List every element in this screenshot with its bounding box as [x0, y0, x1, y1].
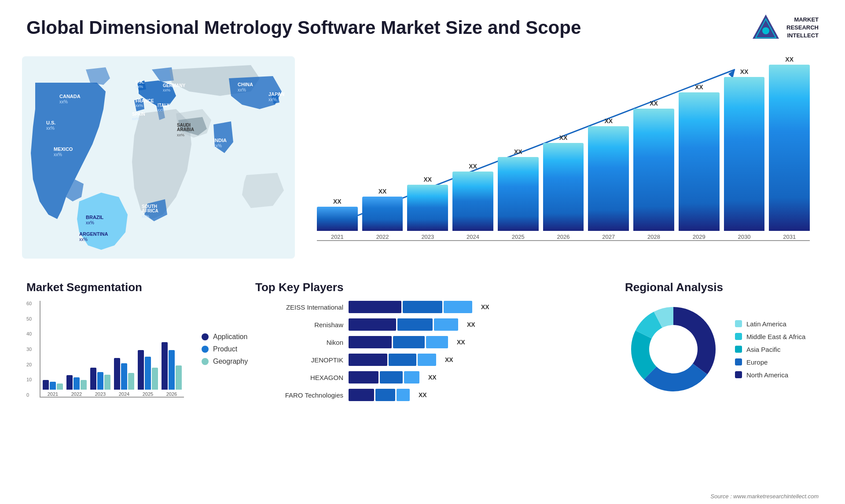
seg-bars: 2021 2022: [40, 301, 184, 398]
svg-text:SPAIN: SPAIN: [132, 112, 145, 117]
seg-bar-2025: 2025: [138, 350, 158, 397]
bar-2028: XX 2028: [633, 100, 674, 240]
svg-text:xx%: xx%: [142, 214, 149, 219]
svg-text:BRAZIL: BRAZIL: [86, 215, 104, 220]
content-area: CANADA xx% U.S. xx% MEXICO xx% BRAZIL xx…: [0, 52, 845, 415]
svg-text:AFRICA: AFRICA: [142, 208, 158, 213]
svg-text:xx%: xx%: [177, 133, 184, 137]
chart-section: XX 2021 XX 2022 XX 2023 XX: [290, 52, 827, 272]
svg-text:GERMANY: GERMANY: [163, 83, 185, 88]
svg-text:CHINA: CHINA: [238, 82, 253, 87]
bar-2031: XX 2031: [769, 56, 810, 240]
svg-text:U.K.: U.K.: [136, 80, 144, 84]
bar-2025: XX 2025: [498, 148, 539, 240]
player-hexagon: HEXAGON XX: [255, 371, 599, 383]
map-svg: CANADA xx% U.S. xx% MEXICO xx% BRAZIL xx…: [22, 56, 295, 259]
players-bars: ZEISS International XX Renishaw: [255, 301, 599, 401]
svg-text:INDIA: INDIA: [213, 138, 227, 143]
svg-text:xx%: xx%: [79, 237, 88, 242]
segmentation-content: 0 10 20 30 40 50 60: [26, 301, 229, 398]
svg-text:xx%: xx%: [46, 126, 55, 131]
bottom-area: Market Segmentation 0 10 20 30 40 50 60: [18, 272, 827, 415]
bar-2023: XX 2023: [407, 176, 448, 240]
bar-chart: XX 2021 XX 2022 XX 2023 XX: [299, 56, 819, 259]
svg-text:ITALY: ITALY: [158, 103, 170, 108]
svg-text:ARABIA: ARABIA: [177, 127, 194, 132]
svg-text:xx%: xx%: [238, 88, 246, 92]
regional-legend: Latin America Middle East & Africa Asia …: [735, 320, 805, 379]
seg-legend: Application Product Geography: [193, 301, 248, 398]
bar-2021: XX 2021: [317, 198, 358, 240]
logo-text: MARKET RESEARCH INTELLECT: [786, 16, 819, 40]
segmentation-section: Market Segmentation 0 10 20 30 40 50 60: [18, 276, 238, 411]
legend-dot-geography: [202, 358, 209, 365]
bar-2030: XX 2030: [724, 68, 765, 240]
svg-text:xx%: xx%: [132, 117, 140, 121]
source-text: Source : www.marketresearchintellect.com: [710, 493, 819, 500]
legend-product: Product: [202, 345, 248, 353]
bar-2027: XX 2027: [588, 117, 629, 240]
svg-point-43: [649, 325, 698, 373]
bar-chart-area: XX 2021 XX 2022 XX 2023 XX: [317, 74, 810, 241]
seg-bar-2023: 2023: [90, 368, 110, 397]
svg-text:xx%: xx%: [158, 108, 165, 112]
svg-text:xx%: xx%: [59, 99, 68, 104]
player-faro: FARO Technologies XX: [255, 389, 599, 401]
legend-middle-east-africa: Middle East & Africa: [735, 333, 805, 340]
players-section: Top Key Players ZEISS International XX R…: [246, 276, 607, 411]
players-title: Top Key Players: [255, 281, 599, 294]
svg-text:FRANCE: FRANCE: [136, 99, 154, 103]
svg-text:JAPAN: JAPAN: [268, 91, 285, 97]
header: Global Dimensional Metrology Software Ma…: [0, 0, 845, 52]
legend-geography: Geography: [202, 358, 248, 365]
logo-icon: [750, 12, 781, 43]
player-jenoptik: JENOPTIK XX: [255, 354, 599, 366]
seg-bar-2024: 2024: [114, 358, 134, 397]
seg-bar-2022: 2022: [66, 375, 87, 397]
svg-point-2: [762, 27, 769, 34]
svg-text:xx%: xx%: [136, 84, 143, 89]
bar-2029: XX 2029: [679, 84, 720, 240]
svg-text:xx%: xx%: [136, 103, 143, 108]
legend-north-america: North America: [735, 371, 805, 379]
player-zeiss: ZEISS International XX: [255, 301, 599, 313]
map-section: CANADA xx% U.S. xx% MEXICO xx% BRAZIL xx…: [18, 52, 290, 272]
legend-asia-pacific: Asia Pacific: [735, 346, 805, 353]
legend-europe: Europe: [735, 358, 805, 366]
svg-text:ARGENTINA: ARGENTINA: [79, 231, 108, 237]
donut-chart: [625, 301, 722, 398]
regional-title: Regional Analysis: [625, 281, 819, 294]
page-title: Global Dimensional Metrology Software Ma…: [26, 17, 581, 39]
svg-text:xx%: xx%: [163, 88, 170, 92]
legend-dot-application: [202, 333, 209, 340]
player-renishaw: Renishaw XX: [255, 318, 599, 331]
regional-section: Regional Analysis: [616, 276, 827, 411]
svg-text:MEXICO: MEXICO: [54, 146, 73, 152]
svg-text:xx%: xx%: [213, 143, 222, 148]
svg-text:xx%: xx%: [86, 220, 94, 225]
svg-text:xx%: xx%: [54, 152, 62, 157]
seg-bar-2021: 2021: [43, 380, 63, 397]
donut-area: Latin America Middle East & Africa Asia …: [625, 301, 819, 398]
seg-chart-area: 0 10 20 30 40 50 60: [26, 301, 184, 398]
legend-latin-america: Latin America: [735, 320, 805, 328]
bar-2022: XX 2022: [362, 188, 403, 240]
bar-2026: XX 2026: [543, 134, 584, 240]
seg-bar-2026: 2026: [162, 342, 182, 397]
legend-application: Application: [202, 333, 248, 341]
svg-text:xx%: xx%: [268, 97, 277, 102]
bar-2024: XX 2024: [452, 163, 493, 240]
segmentation-title: Market Segmentation: [26, 281, 229, 294]
legend-dot-product: [202, 346, 209, 353]
svg-text:U.S.: U.S.: [46, 120, 55, 125]
player-nikon: Nikon XX: [255, 336, 599, 348]
svg-text:CANADA: CANADA: [59, 94, 81, 99]
world-map: CANADA xx% U.S. xx% MEXICO xx% BRAZIL xx…: [22, 56, 286, 259]
logo-area: MARKET RESEARCH INTELLECT: [750, 12, 819, 43]
